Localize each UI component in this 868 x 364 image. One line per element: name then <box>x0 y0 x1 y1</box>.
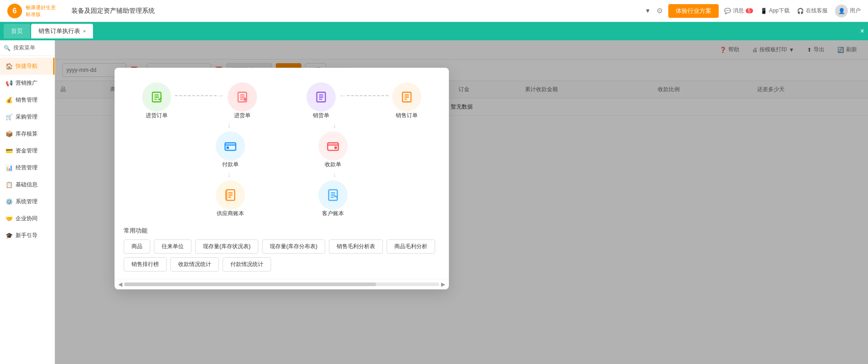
svg-point-19 <box>227 147 229 149</box>
content-area: ❓ 帮助 🖨 按模板打印 ▼ ⬆ 导出 🔄 刷新 📅 - 📅 <box>55 40 868 364</box>
sale-bill-node[interactable]: 销货单 <box>306 82 336 120</box>
scroll-track[interactable] <box>124 283 439 286</box>
sidebar-nav: 🏠 快捷导航 📢 营销推广 💰 销售管理 🛒 采购管理 📦 库存核算 💳 <box>0 56 55 246</box>
functions-grid-2: 销售排行榜 收款情况统计 付款情况统计 <box>124 257 440 272</box>
func-sales-profit-analysis[interactable]: 销售毛利分析表 <box>329 239 383 254</box>
payment-icon <box>216 131 245 161</box>
message-btn[interactable]: 💬 消息 5 <box>724 7 753 15</box>
system-dropdown[interactable]: ▼ <box>645 7 651 14</box>
arrow-sale-order-to-bill: ← <box>336 92 392 100</box>
func-receipt-stats[interactable]: 收款情况统计 <box>170 257 219 272</box>
purchase-bill-label: 进货单 <box>234 112 251 120</box>
finance-icon: 💳 <box>5 147 13 155</box>
tab-sales-order[interactable]: 销售订单执行表 × <box>31 24 93 38</box>
receipt-icon <box>318 131 348 161</box>
svg-point-22 <box>335 147 337 149</box>
customer-ledger-node[interactable]: 客户账本 <box>318 180 348 217</box>
func-stock-status[interactable]: 现存量(库存状况表) <box>195 239 258 254</box>
info-icon: 📋 <box>5 181 13 189</box>
functions-title: 常用功能 <box>124 227 440 235</box>
supplier-ledger-node[interactable]: 供应商账本 <box>216 180 245 217</box>
sidebar-item-operation[interactable]: 📊 经营管理 <box>0 159 55 176</box>
guide-icon: 🎓 <box>5 232 13 239</box>
scroll-right-arrow[interactable]: ▶ <box>441 281 445 288</box>
sale-bill-icon <box>306 82 336 112</box>
home-icon: 🏠 <box>5 63 13 70</box>
scroll-thumb <box>124 283 376 286</box>
svg-rect-27 <box>225 191 227 200</box>
sale-order-node[interactable]: 销售订单 <box>392 82 421 120</box>
purchase-bill-icon <box>228 82 257 112</box>
scroll-left-arrow[interactable]: ◀ <box>118 281 122 288</box>
purchase-bill-node[interactable]: 进货单 <box>228 82 257 120</box>
down-arrow-receipt: ↓ <box>316 170 353 179</box>
main-layout: 🔍 搜索菜单 🏠 快捷导航 📢 营销推广 💰 销售管理 🛒 采购管理 📦 <box>0 40 868 364</box>
try-button[interactable]: 体验行业方案 <box>668 4 719 18</box>
sidebar-item-quick-nav[interactable]: 🏠 快捷导航 <box>0 58 55 75</box>
user-btn[interactable]: 👤 用户 <box>835 5 861 17</box>
inventory-icon: 📦 <box>5 130 13 138</box>
sidebar-item-guide[interactable]: 🎓 新手引导 <box>0 227 55 244</box>
app-download-btn[interactable]: 📱 App下载 <box>760 7 790 15</box>
sales-icon: 💰 <box>5 97 13 104</box>
tab-close-icon[interactable]: × <box>83 28 86 34</box>
arrow-purchase-order-to-bill: → <box>171 92 228 100</box>
receipt-node[interactable]: 收款单 <box>318 131 348 168</box>
system-icon: ⚙️ <box>5 198 13 206</box>
sidebar-item-sales[interactable]: 💰 销售管理 <box>0 92 55 109</box>
system-title: 装备及固定资产辅助管理系统 <box>71 7 639 15</box>
sidebar-item-marketing[interactable]: 📢 营销推广 <box>0 75 55 92</box>
sidebar: 🔍 搜索菜单 🏠 快捷导航 📢 营销推广 💰 销售管理 🛒 采购管理 📦 <box>0 40 55 364</box>
purchase-order-node[interactable]: 进货订单 <box>142 82 171 120</box>
logo-text: 畅康通好生意 标准版 <box>26 4 56 17</box>
message-icon: 💬 <box>724 8 731 14</box>
functions-grid: 商品 往来单位 现存量(库存状况表) 现存量(库存分布表) 销售毛利分析表 商品… <box>124 239 440 254</box>
enterprise-icon: 🤝 <box>5 215 13 223</box>
settings-icon[interactable]: ⚙ <box>656 6 663 15</box>
flow-down-arrows-2: ↓ ↓ <box>133 170 431 179</box>
sale-bill-label: 销货单 <box>313 112 329 120</box>
customer-ledger-icon <box>318 180 348 210</box>
func-product[interactable]: 商品 <box>124 239 150 254</box>
sale-order-icon <box>392 82 421 112</box>
quick-nav-modal: 进货订单 → 进货单 <box>115 68 449 289</box>
purchase-order-icon <box>142 82 171 112</box>
marketing-icon: 📢 <box>5 80 13 87</box>
tab-home[interactable]: 首页 <box>4 24 30 38</box>
sidebar-item-enterprise[interactable]: 🤝 企业协同 <box>0 210 55 227</box>
sidebar-item-inventory[interactable]: 📦 库存核算 <box>0 125 55 142</box>
flow-diagram: 进货订单 → 进货单 <box>115 68 449 227</box>
payment-node[interactable]: 付款单 <box>216 131 245 168</box>
logo-area: 6 畅康通好生意 标准版 <box>7 4 62 18</box>
purchase-icon: 🛒 <box>5 114 13 121</box>
sidebar-search[interactable]: 🔍 搜索菜单 <box>0 40 55 56</box>
receipt-label: 收款单 <box>325 161 341 168</box>
svg-rect-17 <box>225 143 235 150</box>
sidebar-item-purchase[interactable]: 🛒 采购管理 <box>0 109 55 125</box>
supplier-ledger-icon <box>216 180 245 210</box>
top-header: 6 畅康通好生意 标准版 装备及固定资产辅助管理系统 ▼ ⚙ 体验行业方案 💬 … <box>0 0 868 22</box>
sidebar-item-basic-info[interactable]: 📋 基础信息 <box>0 176 55 193</box>
logo-icon: 6 <box>7 4 22 18</box>
sale-order-label: 销售订单 <box>396 112 418 120</box>
func-product-profit-analysis[interactable]: 商品毛利分析 <box>387 239 435 254</box>
phone-icon: 📱 <box>760 8 767 14</box>
scrollbar-row: ◀ ▶ <box>115 279 449 289</box>
nav-tabs: 首页 销售订单执行表 × × <box>0 22 868 40</box>
supplier-ledger-label: 供应商账本 <box>217 210 244 217</box>
func-sales-ranking[interactable]: 销售排行榜 <box>124 257 167 272</box>
message-badge: 5 <box>746 8 753 13</box>
close-all-tabs-icon[interactable]: × <box>860 27 864 35</box>
operation-icon: 📊 <box>5 164 13 172</box>
svg-point-8 <box>244 98 246 100</box>
functions-section: 常用功能 商品 往来单位 现存量(库存状况表) 现存量(库存分布表) 销售毛利分… <box>115 227 449 279</box>
flow-down-arrows: ↓ ↓ <box>133 121 431 130</box>
func-payment-stats[interactable]: 付款情况统计 <box>223 257 271 272</box>
sidebar-item-system[interactable]: ⚙️ 系统管理 <box>0 193 55 210</box>
func-stock-dist[interactable]: 现存量(库存分布表) <box>262 239 325 254</box>
sidebar-item-finance[interactable]: 💳 资金管理 <box>0 142 55 159</box>
down-arrow-payment: ↓ <box>211 170 247 179</box>
down-arrow-sale: ↓ <box>316 121 353 130</box>
func-counterpart[interactable]: 往来单位 <box>154 239 191 254</box>
online-service-btn[interactable]: 🎧 在线客服 <box>797 7 828 15</box>
